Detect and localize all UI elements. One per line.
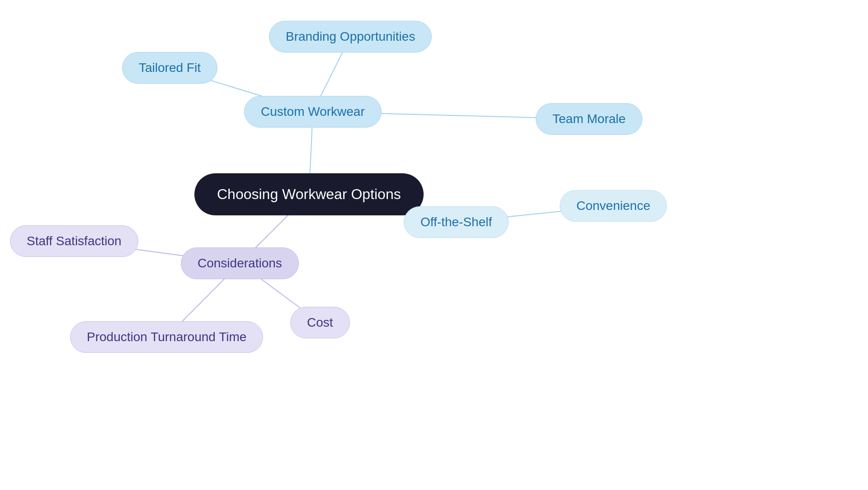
considerations-node: Considerations [181,247,299,279]
considerations-label: Considerations [198,256,282,271]
tailored-fit-label: Tailored Fit [139,61,201,75]
staff-satisfaction-label: Staff Satisfaction [27,234,122,248]
team-morale-node: Team Morale [536,103,642,135]
custom-workwear-node: Custom Workwear [244,96,382,128]
production-turnaround-node: Production Turnaround Time [70,321,263,353]
cost-label: Cost [307,315,333,330]
off-the-shelf-label: Off-the-Shelf [420,215,492,229]
production-turnaround-label: Production Turnaround Time [87,330,246,344]
center-node: Choosing Workwear Options [194,173,424,215]
branding-opportunities-node: Branding Opportunities [269,21,432,52]
staff-satisfaction-node: Staff Satisfaction [10,225,138,257]
convenience-node: Convenience [560,190,667,222]
custom-workwear-label: Custom Workwear [261,105,365,119]
cost-node: Cost [290,307,350,338]
branding-opportunities-label: Branding Opportunities [286,29,415,44]
team-morale-label: Team Morale [552,112,626,126]
convenience-label: Convenience [576,199,650,213]
off-the-shelf-node: Off-the-Shelf [404,206,509,238]
tailored-fit-node: Tailored Fit [122,52,217,84]
center-label: Choosing Workwear Options [217,186,401,203]
